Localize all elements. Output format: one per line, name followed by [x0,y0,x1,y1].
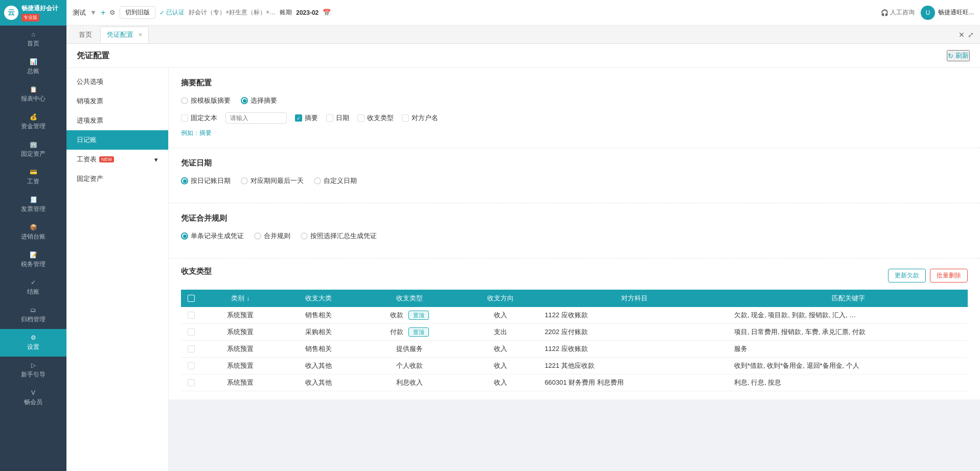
row-checkbox-5[interactable] [188,379,195,386]
left-menu-item-payroll[interactable]: 工资表 NEW ▾ [66,150,168,169]
tag-top-2[interactable]: 置顶 [408,327,429,337]
radio-template-summary[interactable]: 按模板版摘要 [181,96,231,105]
table-header-row: 收支类型 更新欠款 批量删除 [181,267,968,285]
new-badge: NEW [99,156,114,162]
example-text: 例如：摘要 [181,129,968,137]
left-menu-item-public[interactable]: 公共选项 [66,72,168,91]
table-header-direction: 收支方向 [462,290,540,307]
close-window-icon[interactable]: ✕ [959,31,965,39]
update-debt-button[interactable]: 更新欠款 [888,269,926,282]
member-icon: V [31,389,35,396]
checkbox-fixed-text[interactable]: 固定文本 [181,113,217,123]
date-radio-group: 按日记账日期 对应期间最后一天 自定义日期 [181,176,968,185]
radio-custom-date[interactable]: 自定义日期 [314,176,357,185]
help-button[interactable]: 🎧 人工咨询 [881,8,915,17]
tabbar-right: ✕ ⤢ [959,31,974,39]
settings-icon: ⚙ [31,334,36,341]
logo-badge: 专业版 [21,14,39,21]
topbar-add-icon[interactable]: + [101,8,105,17]
table-row: 系统预置 收入其他 利息收入 收入 660301 财务费用 利息费用 利息, 行… [181,374,968,391]
switch-version-button[interactable]: 切到旧版 [120,6,155,19]
sidebar-item-guide[interactable]: ▷ 新手引导 [0,357,66,384]
sidebar-item-archive[interactable]: 🗂 归档管理 [0,301,66,329]
two-panel: 公共选项 销项发票 进项发票 日记账 工资表 NEW ▾ 固定资产 [66,68,980,471]
sidebar-item-funds[interactable]: 💰 资金管理 [0,108,66,136]
summary-checkbox-row: 固定文本 ✓ 摘要 日期 收支类型 [181,112,968,124]
date-title: 凭证日期 [181,158,968,168]
checkbox-income-type[interactable]: 收支类型 [357,113,394,123]
sidebar-item-checkout[interactable]: ✓ 结账 [0,274,66,301]
sidebar-item-member[interactable]: V 畅会员 [0,384,66,412]
refresh-button[interactable]: ↻ 刷新 [947,50,970,61]
checkbox-date[interactable]: 日期 [326,113,349,123]
tab-home[interactable]: 首页 [73,27,98,42]
right-panel: 摘要配置 按模板版摘要 选择摘要 固定文本 [169,68,980,471]
table-row: 系统预置 销售相关 收款 置顶 收入 1122 应收账款 欠款, 现金, 项目款… [181,307,968,324]
sidebar-item-reports[interactable]: 📋 报表中心 [0,81,66,108]
table-row: 系统预置 采购相关 付款 置顶 支出 2202 应付账款 项目, 日常费用, 报… [181,324,968,341]
tab-close-icon[interactable]: × [139,31,143,38]
topbar-gear-icon[interactable]: ⚙ [109,9,116,16]
topbar-period: 2023-02 [296,9,318,16]
checkbox-summary[interactable]: ✓ 摘要 [295,113,318,123]
radio-circle-custom [314,177,321,184]
salary-icon: 💳 [30,169,37,176]
headset-icon: 🎧 [881,9,888,16]
batch-delete-button[interactable]: 批量删除 [930,269,968,282]
radio-circle-period [241,177,248,184]
radio-merge-rule[interactable]: 合并规则 [254,231,290,241]
checkbox-counterpart-name[interactable]: 对方户名 [402,113,438,123]
checkbox-box-date [326,114,333,122]
guide-icon: ▷ [31,362,36,369]
radio-select-summary[interactable]: 选择摘要 [241,96,277,105]
table-header-category: 类别 ↓ [201,290,280,307]
sidebar-item-ledger[interactable]: 📊 总账 [0,53,66,81]
radio-journal-date[interactable]: 按日记账日期 [181,176,231,185]
sidebar: 云 畅捷通好会计 专业版 ⌂ 首页 📊 总账 📋 报表中心 💰 资金管理 🏢 固… [0,0,66,471]
table-header-keywords: 匹配关键字 [729,290,968,307]
left-menu-item-journal[interactable]: 日记账 [66,130,168,150]
sidebar-item-purchase[interactable]: 📦 进销台账 [0,219,66,246]
row-checkbox-3[interactable] [188,345,195,352]
left-menu-item-fixed-assets[interactable]: 固定资产 [66,169,168,189]
radio-circle-merge [254,232,261,240]
tag-top-1[interactable]: 置顶 [408,311,429,320]
topbar-arrow-icon: ▼ [90,9,97,16]
left-menu-item-purchase[interactable]: 进项发票 [66,111,168,130]
merge-title: 凭证合并规则 [181,214,968,223]
fixed-text-input[interactable] [225,112,287,124]
income-expense-section: 收支类型 更新欠款 批量删除 类别 ↓ 收支大类 [169,258,980,399]
sidebar-item-salary[interactable]: 💳 工资 [0,163,66,191]
tab-voucher-config[interactable]: 凭证配置 × [100,27,149,43]
username-label: 畅捷通旺旺... [938,8,974,17]
chevron-down-icon: ▾ [154,156,158,163]
sidebar-item-settings[interactable]: ⚙ 设置 [0,329,66,357]
sidebar-logo: 云 畅捷通好会计 专业版 [0,0,66,26]
radio-single-record[interactable]: 单条记录生成凭证 [181,231,244,241]
row-checkbox-1[interactable] [188,312,195,319]
summary-radio-group: 按模板版摘要 选择摘要 [181,96,968,105]
row-checkbox-4[interactable] [188,362,195,369]
topbar-status: ✓ ✓已认证 已认证 [159,8,185,17]
avatar: U [921,6,935,20]
row-checkbox-2[interactable] [188,328,195,336]
invoice-icon: 🧾 [30,196,37,203]
sidebar-item-home[interactable]: ⌂ 首页 [0,26,66,53]
radio-aggregate[interactable]: 按照选择汇总生成凭证 [301,231,377,241]
sidebar-item-assets[interactable]: 🏢 固定资产 [0,136,66,163]
table-action-btns: 更新欠款 批量删除 [888,269,968,282]
income-expense-table: 类别 ↓ 收支大类 收支类型 收支方向 对方科目 匹配关键字 系统预置 销售相 [181,290,968,391]
radio-circle-select [241,97,248,104]
calendar-icon[interactable]: 📅 [323,9,331,16]
sidebar-item-invoice[interactable]: 🧾 发票管理 [0,191,66,219]
checkout-icon: ✓ [31,279,36,286]
radio-period-last[interactable]: 对应期间最后一天 [241,176,304,185]
main-area: 测试 ▼ + ⚙ 切到旧版 ✓ ✓已认证 已认证 好会计（专）+好生意（标）+…… [66,0,980,471]
check-icon: ✓ [159,9,165,16]
ledger-icon: 📊 [30,58,37,65]
sidebar-item-tax[interactable]: 📝 税务管理 [0,246,66,274]
maximize-icon[interactable]: ⤢ [968,31,974,39]
radio-circle-single [181,232,188,240]
left-menu-item-sales[interactable]: 销项发票 [66,91,168,111]
user-profile[interactable]: U 畅捷通旺旺... [921,6,974,20]
